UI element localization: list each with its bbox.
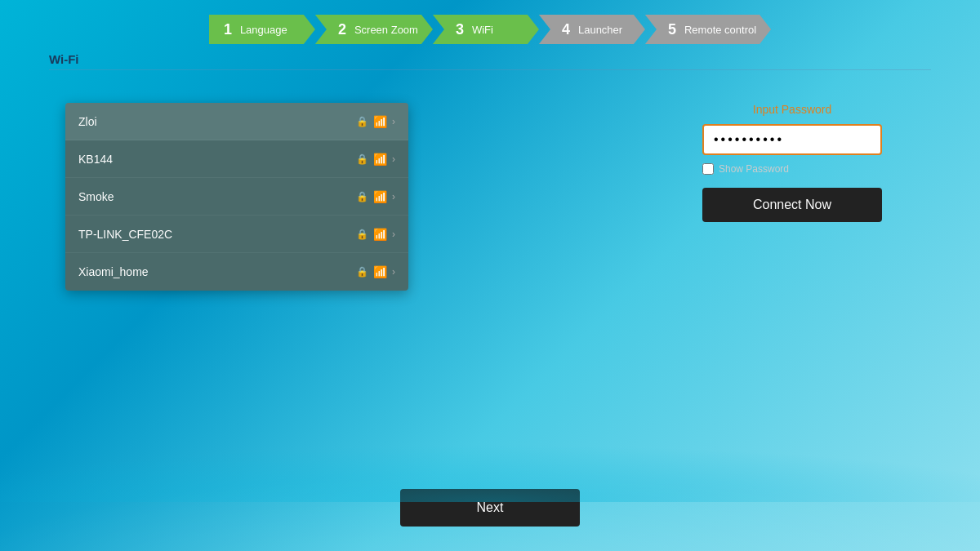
lock-icon: 🔒: [356, 116, 368, 127]
wifi-ssid: KB144: [78, 153, 113, 166]
wifi-ssid: Smoke: [78, 190, 114, 203]
main-layout: Zloi 🔒 📶 › KB144 🔒 📶 › Smoke 🔒 📶 › TP-LI…: [0, 103, 980, 291]
bottom-bar: Next: [0, 489, 980, 527]
wifi-ssid: TP-LINK_CFE02C: [78, 228, 172, 241]
wifi-icons: 🔒 📶 ›: [356, 153, 395, 166]
step-number-launcher: 4: [562, 21, 570, 38]
section-title: Wi-Fi: [49, 52, 931, 66]
input-password-label: Input Password: [753, 103, 832, 116]
wifi-ssid: Xiaomi_home: [78, 265, 149, 278]
password-input[interactable]: [704, 126, 880, 153]
wizard-steps: 1 Language 2 Screen Zoom 3 WiFi 4 Launch…: [0, 0, 980, 52]
lock-icon: 🔒: [356, 266, 368, 278]
lock-icon: 🔒: [356, 229, 368, 240]
step-number-language: 1: [224, 21, 232, 38]
wizard-step-wifi[interactable]: 3 WiFi: [433, 15, 539, 44]
wifi-icons: 🔒 📶 ›: [356, 228, 395, 241]
wifi-item[interactable]: KB144 🔒 📶 ›: [65, 140, 408, 178]
password-input-wrapper: [702, 124, 882, 155]
wifi-item[interactable]: Zloi 🔒 📶 ›: [65, 103, 408, 140]
wizard-step-remote-control[interactable]: 5 Remote control: [645, 15, 771, 44]
step-number-wifi: 3: [456, 21, 464, 38]
wifi-signal-icon: 📶: [373, 115, 387, 128]
wizard-step-screen-zoom[interactable]: 2 Screen Zoom: [315, 15, 433, 44]
step-label-launcher: Launcher: [578, 24, 622, 36]
content-area: Wi-Fi: [49, 52, 931, 70]
next-button[interactable]: Next: [400, 489, 580, 527]
wizard-step-launcher[interactable]: 4 Launcher: [539, 15, 645, 44]
wifi-icons: 🔒 📶 ›: [356, 265, 395, 278]
chevron-right-icon: ›: [392, 116, 395, 127]
chevron-right-icon: ›: [392, 266, 395, 278]
wifi-signal-icon: 📶: [373, 228, 387, 241]
password-panel: Input Password Show Password Connect Now: [670, 103, 915, 222]
wifi-item[interactable]: TP-LINK_CFE02C 🔒 📶 ›: [65, 216, 408, 253]
wifi-item[interactable]: Xiaomi_home 🔒 📶 ›: [65, 253, 408, 291]
step-label-language: Language: [240, 24, 287, 36]
step-label-screen-zoom: Screen Zoom: [354, 24, 418, 36]
section-divider: [49, 69, 931, 70]
step-number-remote-control: 5: [668, 21, 676, 38]
wifi-signal-icon: 📶: [373, 153, 387, 166]
show-password-checkbox[interactable]: [702, 163, 714, 175]
show-password-row: Show Password: [702, 163, 789, 175]
wizard-step-language[interactable]: 1 Language: [209, 15, 315, 44]
chevron-right-icon: ›: [392, 229, 395, 240]
wifi-list: Zloi 🔒 📶 › KB144 🔒 📶 › Smoke 🔒 📶 › TP-LI…: [65, 103, 408, 291]
chevron-right-icon: ›: [392, 153, 395, 165]
wifi-item[interactable]: Smoke 🔒 📶 ›: [65, 178, 408, 216]
chevron-right-icon: ›: [392, 191, 395, 202]
lock-icon: 🔒: [356, 191, 368, 202]
lock-icon: 🔒: [356, 153, 368, 165]
wifi-signal-icon: 📶: [373, 265, 387, 278]
step-label-wifi: WiFi: [472, 24, 493, 36]
wifi-icons: 🔒 📶 ›: [356, 115, 395, 128]
wifi-signal-icon: 📶: [373, 190, 387, 203]
show-password-label: Show Password: [719, 163, 789, 175]
step-label-remote-control: Remote control: [684, 24, 756, 36]
step-number-screen-zoom: 2: [338, 21, 346, 38]
connect-now-button[interactable]: Connect Now: [702, 188, 882, 222]
wifi-icons: 🔒 📶 ›: [356, 190, 395, 203]
wifi-ssid: Zloi: [78, 115, 97, 128]
